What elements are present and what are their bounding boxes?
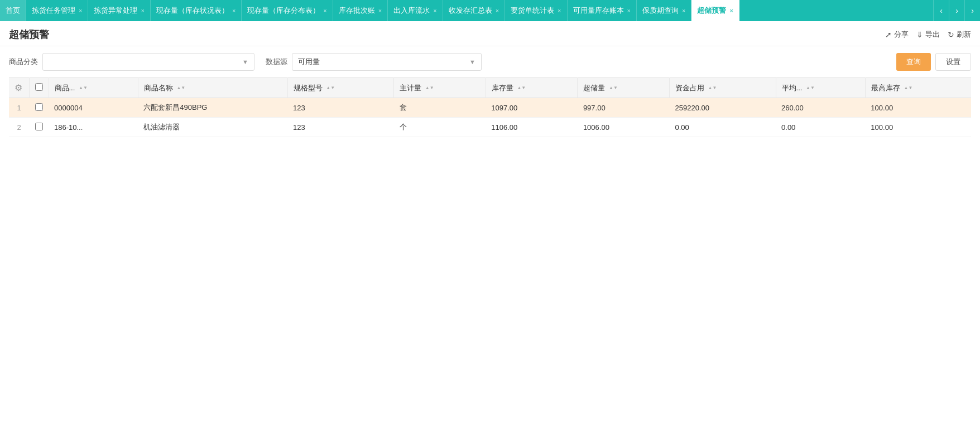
datasource-label: 数据源 xyxy=(266,57,287,67)
export-icon: ⇓ xyxy=(916,30,923,39)
nav-tab-close-11[interactable]: × xyxy=(729,7,733,14)
datasource-filter-group: 数据源 可用量 ▼ xyxy=(266,53,482,71)
table-row: 1 0000004 六配套新昌490BPG 123 套 1097.00 997.… xyxy=(9,98,971,118)
query-button[interactable]: 查询 xyxy=(896,53,931,71)
nav-tab-close-7[interactable]: × xyxy=(496,7,499,14)
col-avg: 平均... ▲▼ xyxy=(776,78,865,98)
export-label: 导出 xyxy=(925,30,940,40)
row-unit-0: 套 xyxy=(394,98,486,118)
col-unit: 主计量 ▲▼ xyxy=(394,78,486,98)
col-code: 商品... ▲▼ xyxy=(49,78,138,98)
row-checkbox-1[interactable] xyxy=(35,123,43,130)
sort-avg-icon[interactable]: ▲▼ xyxy=(806,86,815,90)
nav-tab-close-4[interactable]: × xyxy=(323,7,326,14)
sort-stock-icon[interactable]: ▲▼ xyxy=(517,86,526,90)
category-label: 商品分类 xyxy=(9,57,38,67)
nav-tab-6[interactable]: 出入库流水× xyxy=(388,0,443,21)
row-over-0: 997.00 xyxy=(578,98,670,118)
nav-tab-7[interactable]: 收发存汇总表× xyxy=(443,0,505,21)
export-action[interactable]: ⇓ 导出 xyxy=(916,30,940,40)
row-checkbox-cell-0 xyxy=(29,98,49,118)
row-code-1: 186-10... xyxy=(49,118,138,137)
nav-tab-close-1[interactable]: × xyxy=(79,7,82,14)
row-spec-1: 123 xyxy=(287,118,394,137)
nav-tab-9[interactable]: 可用量库存账本× xyxy=(568,0,637,21)
category-chevron-icon: ▼ xyxy=(242,59,248,65)
nav-more-btn[interactable]: › xyxy=(964,0,980,21)
filter-actions: 查询 设置 xyxy=(896,53,971,71)
nav-tab-11[interactable]: 超储预警× xyxy=(691,0,739,21)
row-avg-0: 260.00 xyxy=(776,98,865,118)
row-name-1: 机油滤清器 xyxy=(138,118,287,137)
nav-prev-btn[interactable]: ‹ xyxy=(933,0,949,21)
row-code-0: 0000004 xyxy=(49,98,138,118)
data-table: ⚙ 商品... ▲▼ 商品名称 ▲▼ 规格型号 ▲▼ 主计 xyxy=(9,77,971,137)
row-stock-0: 1097.00 xyxy=(486,98,578,118)
row-checkbox-cell-1 xyxy=(29,118,49,137)
nav-tab-1[interactable]: 拣货任务管理× xyxy=(26,0,88,21)
nav-tab-0[interactable]: 首页 xyxy=(0,0,26,21)
col-capital: 资金占用 ▲▼ xyxy=(669,78,776,98)
datasource-chevron-icon: ▼ xyxy=(469,59,475,65)
nav-next-btn[interactable]: › xyxy=(949,0,964,21)
share-action[interactable]: ➚ 分享 xyxy=(885,30,909,40)
nav-tab-3[interactable]: 现存量（库存状况表）× xyxy=(151,0,242,21)
row-num-1: 2 xyxy=(9,118,29,137)
sort-spec-icon[interactable]: ▲▼ xyxy=(326,86,335,90)
row-capital-0: 259220.00 xyxy=(669,98,776,118)
nav-tab-10[interactable]: 保质期查询× xyxy=(637,0,691,21)
table-row: 2 186-10... 机油滤清器 123 个 1106.00 1006.00 … xyxy=(9,118,971,137)
nav-tab-close-10[interactable]: × xyxy=(682,7,685,14)
sort-over-icon[interactable]: ▲▼ xyxy=(609,86,618,90)
row-avg-1: 0.00 xyxy=(776,118,865,137)
table-header-row: ⚙ 商品... ▲▼ 商品名称 ▲▼ 规格型号 ▲▼ 主计 xyxy=(9,78,971,98)
col-gear: ⚙ xyxy=(9,78,29,98)
sort-unit-icon[interactable]: ▲▼ xyxy=(425,86,434,90)
sort-code-icon[interactable]: ▲▼ xyxy=(79,86,88,90)
datasource-select[interactable]: 可用量 ▼ xyxy=(292,53,482,71)
settings-button[interactable]: 设置 xyxy=(935,53,971,71)
row-checkbox-0[interactable] xyxy=(35,103,43,111)
nav-arrows: ‹ › › xyxy=(933,0,980,21)
row-name-0: 六配套新昌490BPG xyxy=(138,98,287,118)
sort-name-icon[interactable]: ▲▼ xyxy=(176,86,185,90)
col-over: 超储量 ▲▼ xyxy=(578,78,670,98)
table-wrap: ⚙ 商品... ▲▼ 商品名称 ▲▼ 规格型号 ▲▼ 主计 xyxy=(0,77,980,137)
row-spec-0: 123 xyxy=(287,98,394,118)
nav-tab-close-6[interactable]: × xyxy=(433,7,436,14)
table-gear-icon[interactable]: ⚙ xyxy=(15,83,22,93)
nav-tab-close-3[interactable]: × xyxy=(232,7,236,14)
row-stock-1: 1106.00 xyxy=(486,118,578,137)
refresh-icon: ↻ xyxy=(948,30,954,39)
row-capital-1: 0.00 xyxy=(669,118,776,137)
col-stock: 库存量 ▲▼ xyxy=(486,78,578,98)
share-icon: ➚ xyxy=(885,30,892,39)
filter-bar: 商品分类 ▼ 数据源 可用量 ▼ 查询 设置 xyxy=(0,46,980,77)
page-title: 超储预警 xyxy=(9,28,49,41)
nav-tab-5[interactable]: 库存批次账× xyxy=(333,0,388,21)
refresh-action[interactable]: ↻ 刷新 xyxy=(948,30,971,40)
sort-max-icon[interactable]: ▲▼ xyxy=(904,86,912,90)
col-spec: 规格型号 ▲▼ xyxy=(287,78,394,98)
nav-tab-close-5[interactable]: × xyxy=(378,7,382,14)
row-num-0: 1 xyxy=(9,98,29,118)
nav-tab-4[interactable]: 现存量（库存分布表）× xyxy=(242,0,333,21)
category-filter-group: 商品分类 ▼ xyxy=(9,53,254,71)
nav-tab-8[interactable]: 要货单统计表× xyxy=(505,0,567,21)
row-unit-1: 个 xyxy=(394,118,486,137)
datasource-value: 可用量 xyxy=(298,57,320,67)
row-over-1: 1006.00 xyxy=(578,118,670,137)
page-header: 超储预警 ➚ 分享 ⇓ 导出 ↻ 刷新 xyxy=(0,21,980,46)
nav-tab-close-9[interactable]: × xyxy=(627,7,631,14)
col-max: 最高库存 ▲▼ xyxy=(865,78,971,98)
select-all-checkbox[interactable] xyxy=(35,83,43,91)
nav-tab-close-2[interactable]: × xyxy=(141,7,144,14)
nav-tab-2[interactable]: 拣货异常处理× xyxy=(88,0,150,21)
category-select[interactable]: ▼ xyxy=(42,53,254,71)
row-max-1: 100.00 xyxy=(865,118,971,137)
nav-tab-close-8[interactable]: × xyxy=(558,7,561,14)
col-checkbox xyxy=(29,78,49,98)
refresh-label: 刷新 xyxy=(957,30,971,40)
sort-capital-icon[interactable]: ▲▼ xyxy=(708,86,717,90)
share-label: 分享 xyxy=(894,30,909,40)
